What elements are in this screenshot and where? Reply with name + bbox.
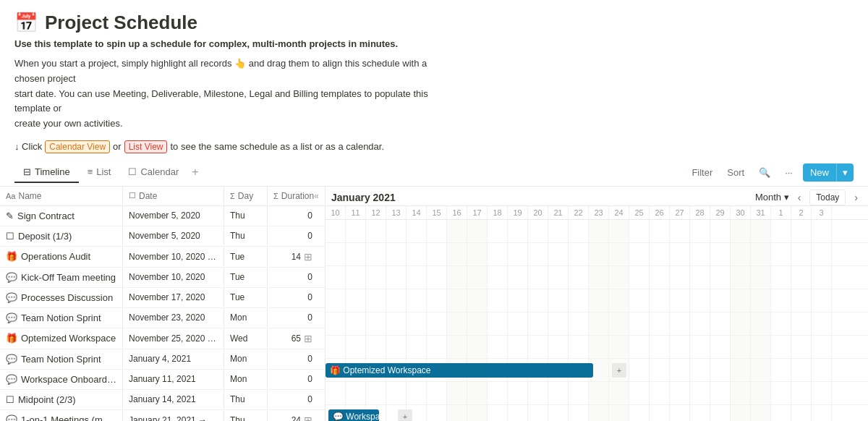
row-day: Thu bbox=[224, 206, 268, 225]
gantt-day-bg-cell bbox=[710, 289, 731, 312]
gantt-day-bg-cell bbox=[548, 289, 569, 312]
gantt-day-header-cell: 26 bbox=[650, 206, 670, 219]
row-day: Mon bbox=[224, 349, 268, 368]
table-row[interactable]: ☐ Midpoint (2/3) January 14, 2021 Thu 0 bbox=[0, 390, 325, 410]
gantt-day-bg-cell bbox=[650, 405, 670, 421]
table-header: Aa Name ☐ Date Σ Day Σ Duration bbox=[0, 187, 325, 206]
list-view-badge[interactable]: List View bbox=[124, 140, 168, 153]
gantt-bar-expand-icon[interactable]: + bbox=[398, 409, 412, 421]
tab-timeline[interactable]: ⊟ Timeline bbox=[14, 162, 79, 183]
gantt-day-bg-cell bbox=[650, 243, 670, 265]
new-button-dropdown[interactable]: ▾ bbox=[836, 163, 854, 182]
table-row[interactable]: ☐ Deposit (1/3) November 5, 2020 Thu 0 bbox=[0, 226, 325, 247]
expand-icon[interactable]: ⊞ bbox=[304, 251, 312, 263]
gantt-day-bg-cell bbox=[326, 336, 346, 358]
gantt-next-button[interactable]: › bbox=[850, 190, 862, 205]
gantt-day-bg-cell bbox=[407, 336, 427, 358]
gantt-bar[interactable]: 💬 Workspace Onboarding bbox=[328, 409, 379, 421]
sort-button[interactable]: Sort bbox=[723, 164, 749, 181]
gantt-day-bg-cell bbox=[771, 312, 791, 335]
row-day: Mon bbox=[224, 308, 268, 327]
table-row[interactable]: 💬 Processes Discussion November 17, 2020… bbox=[0, 288, 325, 308]
gantt-day-bg-cell bbox=[447, 220, 467, 242]
more-options-button[interactable]: ··· bbox=[780, 164, 797, 181]
new-button[interactable]: New bbox=[803, 163, 836, 182]
gantt-day-bg-cell bbox=[771, 382, 791, 404]
row-date: November 23, 2020 bbox=[123, 308, 224, 327]
gantt-day-bg-cell bbox=[386, 312, 407, 335]
row-duration: 0 bbox=[268, 370, 318, 388]
table-row[interactable]: 🎁 Optemized Workspace November 25, 2020 … bbox=[0, 328, 325, 349]
gantt-day-bg-cell bbox=[467, 266, 488, 289]
gantt-day-header-cell: 27 bbox=[670, 206, 690, 219]
gantt-day-bg-cell bbox=[528, 312, 548, 335]
table-row[interactable]: 🎁 Operations Audit November 10, 2020 → N… bbox=[0, 247, 325, 268]
gantt-day-bg-cell bbox=[751, 359, 771, 381]
gantt-day-bg-cell bbox=[488, 405, 508, 421]
gantt-bar-expand-icon[interactable]: + bbox=[612, 363, 626, 378]
gantt-day-bg-cell bbox=[609, 336, 629, 358]
gantt-prev-button[interactable]: ‹ bbox=[793, 190, 806, 205]
gantt-day-bg-cell bbox=[427, 220, 447, 242]
gantt-day-bg-cell bbox=[569, 266, 589, 289]
gantt-day-bg-cell bbox=[791, 312, 812, 335]
col-header-name: Aa Name bbox=[0, 187, 123, 205]
today-button[interactable]: Today bbox=[809, 190, 846, 205]
desc-line2: start date. You can use Meeting, Deliver… bbox=[14, 88, 428, 114]
add-view-icon[interactable]: + bbox=[187, 163, 203, 182]
month-select[interactable]: Month ▾ bbox=[755, 192, 789, 203]
collapse-panel-button[interactable]: « bbox=[311, 191, 322, 201]
gantt-day-header-cell: 28 bbox=[690, 206, 710, 219]
table-row[interactable]: 💬 Team Notion Sprint January 4, 2021 Mon… bbox=[0, 349, 325, 370]
gantt-day-header-cell: 29 bbox=[710, 206, 731, 219]
expand-icon[interactable]: ⊞ bbox=[304, 333, 312, 344]
gantt-day-bg-cell bbox=[427, 243, 447, 265]
calendar-view-badge[interactable]: Calendar View bbox=[45, 140, 110, 153]
search-button[interactable]: 🔍 bbox=[754, 164, 775, 181]
gantt-day-bg-cell bbox=[366, 289, 386, 312]
gantt-day-bg-cell bbox=[791, 382, 812, 404]
gantt-day-bg-cell bbox=[670, 405, 690, 421]
gantt-day-bg-cell bbox=[447, 405, 467, 421]
tab-calendar[interactable]: ☐ Calendar bbox=[119, 162, 187, 183]
table-row[interactable]: 💬 Team Notion Sprint November 23, 2020 M… bbox=[0, 308, 325, 328]
row-duration: 0 bbox=[268, 349, 318, 368]
new-button-group: New ▾ bbox=[803, 163, 854, 182]
gantt-day-bg-cell bbox=[710, 312, 731, 335]
row-date: November 5, 2020 bbox=[123, 206, 224, 225]
filter-button[interactable]: Filter bbox=[687, 164, 717, 181]
gantt-day-bg-cell bbox=[629, 289, 650, 312]
gantt-top-bar: January 2021 Month ▾ ‹ Today › bbox=[326, 187, 868, 206]
gantt-wrapper: January 2021 Month ▾ ‹ Today › 101112131… bbox=[326, 187, 868, 421]
row-name: Processes Discussion bbox=[21, 292, 113, 303]
table-row[interactable]: 💬 1-on-1 Meetings (multip January 21, 20… bbox=[0, 410, 325, 421]
expand-icon[interactable]: ⊞ bbox=[304, 414, 312, 421]
gantt-day-bg-cell bbox=[366, 336, 386, 358]
gantt-day-bg-cell bbox=[710, 243, 731, 265]
gantt-day-bg-cell bbox=[427, 382, 447, 404]
gantt-day-bg-cell bbox=[690, 220, 710, 242]
table-row[interactable]: ✎ Sign Contract November 5, 2020 Thu 0 bbox=[0, 206, 325, 226]
gantt-day-bg-cell bbox=[407, 266, 427, 289]
gantt-day-bg-cell bbox=[670, 359, 690, 381]
gantt-day-header-cell: 19 bbox=[508, 206, 528, 219]
page-title: Project Schedule bbox=[45, 12, 197, 34]
gantt-day-bg-cell bbox=[589, 220, 609, 242]
tab-list[interactable]: ≡ List bbox=[79, 162, 120, 183]
search-icon: 🔍 bbox=[759, 167, 770, 178]
gantt-day-bg-cell bbox=[407, 289, 427, 312]
gantt-day-bg-cell bbox=[508, 336, 528, 358]
gantt-day-bg-cell bbox=[812, 243, 832, 265]
page-desc: When you start a project, simply highlig… bbox=[14, 56, 434, 132]
name-col-icon: Aa bbox=[6, 192, 15, 200]
gantt-day-bg-cell bbox=[629, 359, 650, 381]
row-day: Tue bbox=[224, 247, 268, 266]
table-row[interactable]: 💬 Workspace Onboarding January 11, 2021 … bbox=[0, 370, 325, 390]
col-duration-label: Duration bbox=[281, 191, 314, 201]
table-row[interactable]: 💬 Kick-Off Team meeting November 10, 202… bbox=[0, 268, 325, 288]
gantt-day-bg-cell bbox=[548, 243, 569, 265]
gantt-day-bg-cell bbox=[326, 243, 346, 265]
gantt-bar[interactable]: 🎁 Optemized Workspace bbox=[326, 363, 593, 378]
gantt-day-bg-cell bbox=[488, 312, 508, 335]
gantt-day-bg-cell bbox=[791, 289, 812, 312]
